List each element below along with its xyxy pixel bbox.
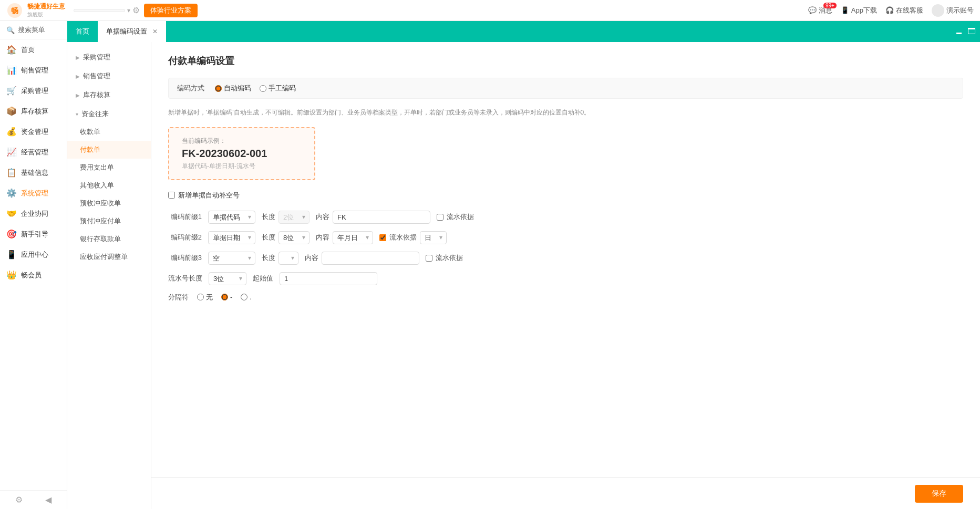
second-nav-item-pre-payment[interactable]: 预付冲应付单 bbox=[67, 212, 151, 230]
prefix1-select-wrap[interactable]: 单据代码 部门 业务员 bbox=[208, 211, 255, 224]
sidebar-item-app-center[interactable]: 📱 应用中心 bbox=[0, 244, 67, 265]
tab-barcode-setting[interactable]: 单据编码设置 ✕ bbox=[98, 21, 166, 42]
second-nav-item-expense[interactable]: 费用支出单 bbox=[67, 159, 151, 176]
prefix1-length-select[interactable]: 2位 bbox=[278, 211, 310, 224]
sidebar-item-basic-info[interactable]: 📋 基础信息 bbox=[0, 162, 67, 183]
member-icon: 👑 bbox=[6, 270, 17, 280]
prefix3-content-input[interactable] bbox=[322, 252, 419, 265]
chevron-right-sales: ▶ bbox=[76, 74, 80, 79]
tab-close-icon[interactable]: ✕ bbox=[152, 28, 158, 35]
app-download-btn[interactable]: 📱 App下载 bbox=[841, 6, 877, 15]
prefix3-length-select-wrap[interactable] bbox=[278, 252, 298, 265]
maximize-icon[interactable]: 🗖 bbox=[967, 27, 976, 36]
prefix2-day-select-wrap[interactable]: 日 月 年 bbox=[420, 231, 447, 244]
second-nav-item-receipt[interactable]: 收款单 bbox=[67, 123, 151, 141]
separator-dot[interactable]: . bbox=[241, 293, 252, 301]
second-nav-group-title-purchase[interactable]: ▶ 采购管理 bbox=[67, 48, 151, 66]
prefix3-content-label: 内容 bbox=[305, 253, 318, 263]
prefix1-length-select-wrap[interactable]: 2位 bbox=[278, 211, 310, 224]
second-nav-item-pre-payable[interactable]: 预收冲应收单 bbox=[67, 194, 151, 212]
prefix1-length-wrap: 长度 2位 bbox=[262, 211, 310, 224]
prefix2-length-select-wrap[interactable]: 8位 6位 bbox=[278, 231, 310, 244]
sidebar-item-sales[interactable]: 📊 销售管理 bbox=[0, 60, 67, 80]
page-main: 付款单编码设置 编码方式 自动编码 手工编码 bbox=[151, 42, 980, 509]
second-nav-group-title-inventory[interactable]: ▶ 库存核算 bbox=[67, 86, 151, 104]
prefix3-select-wrap[interactable]: 空 单据代码 部门 bbox=[208, 252, 255, 265]
prefix3-select[interactable]: 空 单据代码 部门 bbox=[208, 252, 255, 265]
prefix1-serial-check[interactable] bbox=[437, 214, 443, 221]
prefix2-length-select[interactable]: 8位 6位 bbox=[278, 231, 310, 244]
avatar bbox=[932, 4, 944, 17]
tab-home[interactable]: 首页 bbox=[67, 21, 98, 42]
prefix1-label: 编码前缀1 bbox=[168, 212, 202, 222]
code-preview-value: FK-20230602-001 bbox=[182, 148, 302, 160]
sidebar-item-inventory[interactable]: 📦 库存核算 bbox=[0, 101, 67, 121]
tabbar-controls: 🗕 🗖 bbox=[955, 27, 980, 36]
settings-footer-icon[interactable]: ⚙ bbox=[15, 495, 23, 505]
topbar: 畅 畅捷通好生意 旗舰版 ▾ ⚙ 体验行业方案 💬 消息 99+ 📱 App下载… bbox=[0, 0, 980, 21]
page-title: 付款单编码设置 bbox=[168, 55, 963, 67]
sidebar-item-operations[interactable]: 📈 经营管理 bbox=[0, 142, 67, 162]
chevron-down-icon[interactable]: ▾ bbox=[127, 7, 130, 14]
prefix3-length-select[interactable] bbox=[278, 252, 298, 265]
code-preview-sub: 单据代码-单据日期-流水号 bbox=[182, 162, 302, 171]
serial-length-select-wrap[interactable]: 3位 4位 5位 bbox=[209, 272, 246, 285]
prefix2-content-select-wrap[interactable]: 年月日 年月 年 bbox=[333, 231, 373, 244]
second-nav-item-adjust[interactable]: 应收应付调整单 bbox=[67, 248, 151, 266]
second-nav-group-sales: ▶ 销售管理 bbox=[67, 67, 151, 85]
prefix2-select[interactable]: 单据日期 单据代码 部门 bbox=[208, 231, 255, 244]
experience-btn[interactable]: 体验行业方案 bbox=[144, 4, 198, 17]
prefix2-length-wrap: 长度 8位 6位 bbox=[262, 231, 310, 244]
sidebar-item-home[interactable]: 🏠 首页 bbox=[0, 39, 67, 60]
prefix2-content-wrap: 内容 年月日 年月 年 bbox=[316, 231, 373, 244]
second-nav-item-bank-deposit[interactable]: 银行存取款单 bbox=[67, 230, 151, 248]
user-info[interactable]: 演示账号 bbox=[932, 4, 974, 17]
prefix1-select[interactable]: 单据代码 部门 业务员 bbox=[208, 211, 255, 224]
sidebar-item-finance[interactable]: 💰 资金管理 bbox=[0, 121, 67, 142]
info-text: 新增单据时，'单据编码'自动生成，不可编辑。前缀设置为部门、业务员等档案类型，开… bbox=[168, 107, 963, 119]
sidebar-item-enterprise[interactable]: 🤝 企业协同 bbox=[0, 203, 67, 224]
prefix3-length-wrap: 长度 bbox=[262, 252, 298, 265]
second-nav-item-other-income[interactable]: 其他收入单 bbox=[67, 176, 151, 194]
sidebar-item-member[interactable]: 👑 畅会员 bbox=[0, 265, 67, 285]
collapse-icon[interactable]: ◀ bbox=[45, 495, 51, 505]
second-nav-group-title-capital[interactable]: ▾ 资金往来 bbox=[67, 105, 151, 123]
svg-text:畅: 畅 bbox=[11, 6, 18, 15]
app-logo-icon: 畅 bbox=[6, 2, 23, 19]
encode-method-radio-group: 自动编码 手工编码 bbox=[215, 84, 296, 93]
gear-icon[interactable]: ⚙ bbox=[132, 5, 140, 15]
encode-method-label: 编码方式 bbox=[177, 84, 204, 93]
app-logo-text: 畅捷通好生意 旗舰版 bbox=[27, 2, 65, 18]
prefix3-serial-check[interactable] bbox=[426, 255, 432, 262]
prefix1-length-label: 长度 bbox=[262, 212, 275, 222]
sidebar-item-system[interactable]: ⚙️ 系统管理 bbox=[0, 183, 67, 203]
chevron-right-inventory: ▶ bbox=[76, 92, 80, 98]
online-service-btn[interactable]: 🎧 在线客服 bbox=[885, 6, 923, 15]
sidebar-item-guide[interactable]: 🎯 新手引导 bbox=[0, 224, 67, 244]
auto-encode-radio[interactable]: 自动编码 bbox=[215, 84, 251, 93]
save-button[interactable]: 保存 bbox=[915, 485, 963, 503]
second-nav-group-title-sales[interactable]: ▶ 销售管理 bbox=[67, 67, 151, 85]
manual-encode-radio[interactable]: 手工编码 bbox=[260, 84, 296, 93]
second-nav-item-payment[interactable]: 付款单 bbox=[67, 141, 151, 159]
finance-icon: 💰 bbox=[6, 127, 17, 137]
prefix2-select-wrap[interactable]: 单据日期 单据代码 部门 bbox=[208, 231, 255, 244]
minimize-icon[interactable]: 🗕 bbox=[955, 27, 963, 36]
auto-fill-checkbox[interactable] bbox=[168, 192, 175, 199]
page-content: 付款单编码设置 编码方式 自动编码 手工编码 bbox=[151, 42, 980, 477]
prefix2-content-select[interactable]: 年月日 年月 年 bbox=[333, 231, 373, 244]
sidebar-item-purchase[interactable]: 🛒 采购管理 bbox=[0, 80, 67, 101]
home-icon: 🏠 bbox=[6, 45, 17, 55]
prefix1-content-wrap: 内容 bbox=[316, 211, 430, 224]
sidebar-search[interactable]: 🔍 搜索菜单 bbox=[0, 21, 67, 39]
prefix2-serial-check[interactable] bbox=[379, 234, 386, 241]
serial-length-select[interactable]: 3位 4位 5位 bbox=[209, 272, 246, 285]
prefix3-content-wrap: 内容 bbox=[305, 252, 419, 265]
serial-start-input[interactable] bbox=[280, 272, 377, 285]
separator-dash[interactable]: - bbox=[221, 293, 232, 301]
prefix2-day-select[interactable]: 日 月 年 bbox=[420, 231, 447, 244]
prefix1-content-input[interactable] bbox=[333, 211, 430, 224]
prefix2-length-label: 长度 bbox=[262, 233, 275, 242]
separator-none[interactable]: 无 bbox=[197, 293, 213, 302]
message-btn[interactable]: 💬 消息 99+ bbox=[808, 6, 832, 15]
